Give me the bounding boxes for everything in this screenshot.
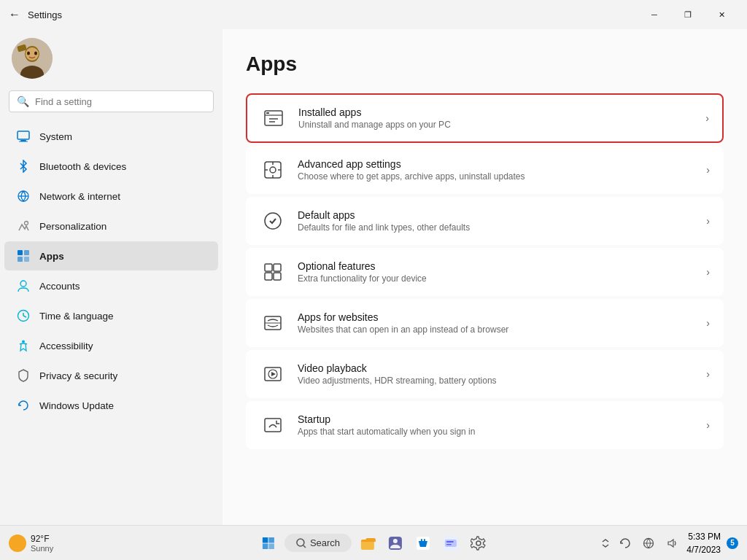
sidebar-item-system-label: System bbox=[39, 131, 72, 142]
clock-widget[interactable]: 5:33 PM 4/7/2023 bbox=[686, 530, 721, 556]
installed-apps-item[interactable]: Installed apps Uninstall and manage apps… bbox=[246, 93, 724, 143]
svg-rect-53 bbox=[446, 541, 454, 542]
update-tray-icon[interactable] bbox=[616, 534, 634, 552]
system-tray[interactable] bbox=[600, 538, 611, 548]
sidebar-item-accounts[interactable]: Accounts bbox=[4, 271, 218, 300]
svg-point-55 bbox=[476, 541, 481, 545]
weather-icon bbox=[9, 534, 26, 552]
search-taskbar-label: Search bbox=[310, 537, 340, 548]
start-button[interactable] bbox=[257, 532, 280, 555]
optional-features-icon bbox=[260, 259, 286, 285]
system-icon bbox=[16, 129, 31, 144]
default-apps-icon bbox=[260, 208, 286, 234]
sidebar-item-time[interactable]: Time & language bbox=[4, 301, 218, 330]
language-tray-icon[interactable] bbox=[640, 534, 657, 552]
settings-taskbar-icon[interactable] bbox=[467, 532, 490, 555]
store-icon[interactable] bbox=[411, 532, 435, 555]
svg-rect-13 bbox=[24, 250, 29, 255]
apps-for-websites-title: Apps for websites bbox=[298, 311, 694, 323]
sidebar-item-accessibility[interactable]: Accessibility bbox=[4, 331, 218, 360]
minimize-button[interactable]: ─ bbox=[638, 3, 671, 26]
svg-rect-9 bbox=[19, 141, 28, 142]
time-icon bbox=[16, 308, 31, 323]
default-apps-chevron: › bbox=[706, 215, 710, 227]
video-playback-text: Video playback Video adjustments, HDR st… bbox=[298, 362, 694, 386]
apps-for-websites-text: Apps for websites Websites that can open… bbox=[298, 311, 694, 335]
startup-text: Startup Apps that start automatically wh… bbox=[298, 413, 694, 437]
network-icon bbox=[16, 189, 31, 203]
advanced-app-settings-text: Advanced app settings Choose where to ge… bbox=[298, 158, 694, 182]
svg-rect-25 bbox=[266, 112, 269, 114]
sidebar-item-update[interactable]: Windows Update bbox=[4, 391, 218, 420]
taskbar-center: Search bbox=[257, 532, 490, 555]
installed-apps-chevron: › bbox=[705, 112, 709, 124]
search-taskbar-icon bbox=[296, 538, 306, 548]
default-apps-item[interactable]: Default apps Defaults for file and link … bbox=[246, 197, 724, 245]
taskbar: 92°F Sunny Search bbox=[0, 525, 747, 560]
optional-features-item[interactable]: Optional features Extra functionality fo… bbox=[246, 248, 724, 296]
svg-rect-30 bbox=[274, 264, 281, 271]
user-avatar-image bbox=[12, 38, 53, 79]
svg-marker-37 bbox=[271, 372, 276, 376]
video-playback-title: Video playback bbox=[298, 362, 694, 374]
apps-for-websites-icon bbox=[260, 310, 286, 336]
svg-marker-58 bbox=[668, 540, 673, 547]
titlebar-left: ← Settings bbox=[9, 8, 62, 21]
advanced-app-settings-item[interactable]: Advanced app settings Choose where to ge… bbox=[246, 146, 724, 194]
sidebar-item-update-label: Windows Update bbox=[39, 400, 114, 411]
sidebar-item-accessibility-label: Accessibility bbox=[39, 341, 93, 351]
avatar bbox=[12, 38, 53, 79]
sidebar-item-personalization[interactable]: Personalization bbox=[4, 211, 218, 241]
weather-condition: Sunny bbox=[31, 544, 53, 553]
installed-apps-desc: Uninstall and manage apps on your PC bbox=[298, 120, 694, 130]
sidebar-item-privacy[interactable]: Privacy & security bbox=[4, 361, 218, 390]
svg-rect-40 bbox=[268, 537, 274, 543]
close-button[interactable]: ✕ bbox=[705, 3, 738, 26]
volume-tray-icon[interactable] bbox=[663, 534, 681, 552]
weather-temp: 92°F bbox=[31, 534, 53, 544]
privacy-icon bbox=[16, 368, 31, 383]
notification-badge[interactable]: 5 bbox=[727, 537, 738, 549]
teams-chat-icon[interactable] bbox=[439, 532, 462, 555]
accessibility-icon bbox=[16, 338, 31, 353]
apps-for-websites-desc: Websites that can open in an app instead… bbox=[298, 324, 694, 335]
search-box[interactable]: 🔍 bbox=[9, 90, 214, 112]
svg-point-11 bbox=[25, 222, 28, 225]
sidebar-item-bluetooth-label: Bluetooth & devices bbox=[39, 161, 126, 172]
svg-rect-52 bbox=[445, 540, 457, 547]
sidebar-item-apps[interactable]: Apps bbox=[4, 241, 218, 271]
file-explorer-icon[interactable] bbox=[356, 532, 379, 555]
maximize-button[interactable]: ❐ bbox=[671, 3, 705, 26]
video-playback-desc: Video adjustments, HDR streaming, batter… bbox=[298, 376, 694, 386]
clock-time: 5:33 PM bbox=[686, 530, 721, 543]
svg-rect-15 bbox=[24, 257, 29, 262]
default-apps-title: Default apps bbox=[298, 209, 694, 221]
installed-apps-title: Installed apps bbox=[298, 106, 694, 118]
teams-icon[interactable] bbox=[384, 532, 407, 555]
sidebar-item-network[interactable]: Network & internet bbox=[4, 182, 218, 211]
svg-rect-7 bbox=[18, 131, 29, 139]
weather-widget[interactable]: 92°F Sunny bbox=[9, 534, 53, 553]
sidebar-item-personalization-label: Personalization bbox=[39, 221, 107, 232]
sidebar-item-system[interactable]: System bbox=[4, 122, 218, 151]
svg-point-16 bbox=[20, 281, 26, 287]
optional-features-title: Optional features bbox=[298, 260, 694, 272]
svg-point-5 bbox=[34, 52, 37, 55]
svg-line-19 bbox=[23, 316, 26, 317]
titlebar: ← Settings ─ ❐ ✕ bbox=[0, 0, 747, 29]
window-controls: ─ ❐ ✕ bbox=[638, 3, 738, 26]
search-taskbar-button[interactable]: Search bbox=[285, 534, 352, 552]
page-title: Apps bbox=[246, 52, 724, 76]
search-input[interactable] bbox=[35, 96, 206, 107]
back-button[interactable]: ← bbox=[9, 8, 20, 21]
video-playback-item[interactable]: Video playback Video adjustments, HDR st… bbox=[246, 350, 724, 398]
sidebar-item-network-label: Network & internet bbox=[39, 191, 120, 202]
startup-item[interactable]: Startup Apps that start automatically wh… bbox=[246, 401, 724, 449]
personalization-icon bbox=[16, 219, 31, 233]
installed-apps-text: Installed apps Uninstall and manage apps… bbox=[298, 106, 694, 130]
sidebar-item-accounts-label: Accounts bbox=[39, 281, 80, 292]
optional-features-desc: Extra functionality for your device bbox=[298, 273, 694, 284]
sidebar-item-bluetooth[interactable]: Bluetooth & devices bbox=[4, 152, 218, 181]
weather-text: 92°F Sunny bbox=[31, 534, 53, 553]
apps-for-websites-item[interactable]: Apps for websites Websites that can open… bbox=[246, 299, 724, 347]
